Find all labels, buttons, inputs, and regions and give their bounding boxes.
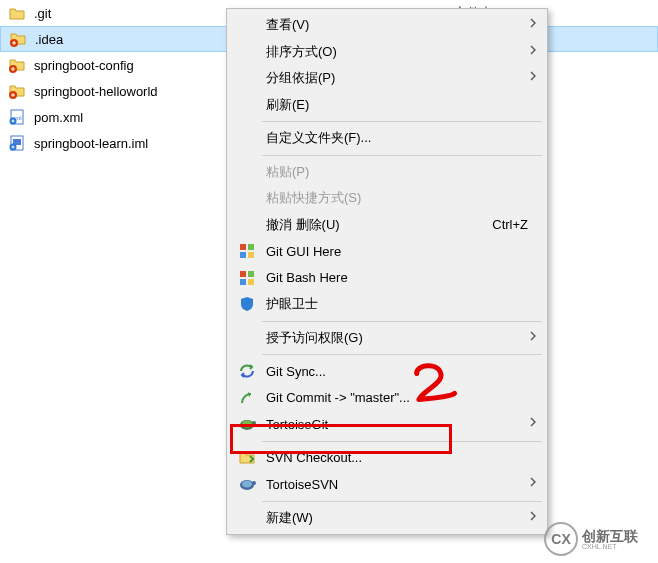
sync-icon: [236, 360, 258, 382]
svg-rect-13: [240, 271, 246, 277]
tortoise-svn-icon: [236, 473, 258, 495]
svg-rect-16: [248, 279, 254, 285]
chevron-right-icon: [530, 477, 538, 491]
blank-icon: [236, 187, 258, 209]
annotation-number: [408, 358, 463, 417]
watermark: CX 创新互联 CXHL.NET: [544, 519, 654, 559]
menu-undo-delete[interactable]: 撤消 删除(U)Ctrl+Z: [230, 212, 544, 239]
git-bash-icon: [236, 267, 258, 289]
menu-view[interactable]: 查看(V): [230, 12, 544, 39]
menu-group[interactable]: 分组依据(P): [230, 65, 544, 92]
menu-git-commit[interactable]: Git Commit -> "master"...: [230, 385, 544, 412]
menu-git-gui[interactable]: Git GUI Here: [230, 238, 544, 265]
menu-tortoisegit[interactable]: TortoiseGit: [230, 411, 544, 438]
watermark-text: 创新互联 CXHL.NET: [582, 529, 638, 550]
folder-icon: [8, 82, 26, 100]
chevron-right-icon: [530, 511, 538, 525]
folder-icon: [9, 30, 27, 48]
blank-icon: [236, 214, 258, 236]
watermark-icon: CX: [544, 522, 578, 556]
xml-icon: xml: [8, 108, 26, 126]
menu-sort[interactable]: 排序方式(O): [230, 39, 544, 66]
iml-icon: [8, 134, 26, 152]
blank-icon: [236, 161, 258, 183]
git-gui-icon: [236, 240, 258, 262]
menu-paste-shortcut: 粘贴快捷方式(S): [230, 185, 544, 212]
chevron-right-icon: [530, 417, 538, 431]
menu-new[interactable]: 新建(W): [230, 505, 544, 532]
blank-icon: [236, 327, 258, 349]
svg-rect-11: [240, 252, 246, 258]
menu-separator: [262, 155, 542, 156]
context-menu: 查看(V) 排序方式(O) 分组依据(P) 刷新(E) 自定义文件夹(F)...…: [226, 8, 548, 535]
blank-icon: [236, 507, 258, 529]
menu-separator: [262, 121, 542, 122]
chevron-right-icon: [530, 45, 538, 59]
svg-rect-9: [240, 244, 246, 250]
menu-git-bash[interactable]: Git Bash Here: [230, 265, 544, 292]
blank-icon: [236, 127, 258, 149]
blank-icon: [236, 94, 258, 116]
menu-customize-folder[interactable]: 自定义文件夹(F)...: [230, 125, 544, 152]
tortoise-git-icon: [236, 413, 258, 435]
folder-icon: [8, 56, 26, 74]
blank-icon: [236, 67, 258, 89]
svg-rect-12: [248, 252, 254, 258]
svg-point-21: [242, 481, 252, 488]
menu-separator: [262, 501, 542, 502]
menu-separator: [262, 354, 542, 355]
menu-refresh[interactable]: 刷新(E): [230, 92, 544, 119]
shield-icon: [236, 293, 258, 315]
menu-grant-access[interactable]: 授予访问权限(G): [230, 325, 544, 352]
svg-rect-14: [248, 271, 254, 277]
menu-tortoisesvn[interactable]: TortoiseSVN: [230, 471, 544, 498]
chevron-right-icon: [530, 18, 538, 32]
blank-icon: [236, 14, 258, 36]
menu-svn-checkout[interactable]: SVN Checkout...: [230, 445, 544, 472]
menu-eye-guard[interactable]: 护眼卫士: [230, 291, 544, 318]
commit-icon: [236, 387, 258, 409]
folder-icon: [8, 4, 26, 22]
blank-icon: [236, 41, 258, 63]
svn-checkout-icon: [236, 447, 258, 469]
menu-separator: [262, 441, 542, 442]
svg-rect-10: [248, 244, 254, 250]
svg-point-22: [252, 481, 256, 485]
menu-separator: [262, 321, 542, 322]
chevron-right-icon: [530, 71, 538, 85]
menu-paste: 粘贴(P): [230, 159, 544, 186]
shortcut-label: Ctrl+Z: [492, 217, 528, 232]
svg-point-19: [252, 421, 256, 425]
svg-point-18: [242, 421, 252, 428]
svg-rect-15: [240, 279, 246, 285]
chevron-right-icon: [530, 331, 538, 345]
menu-git-sync[interactable]: Git Sync...: [230, 358, 544, 385]
